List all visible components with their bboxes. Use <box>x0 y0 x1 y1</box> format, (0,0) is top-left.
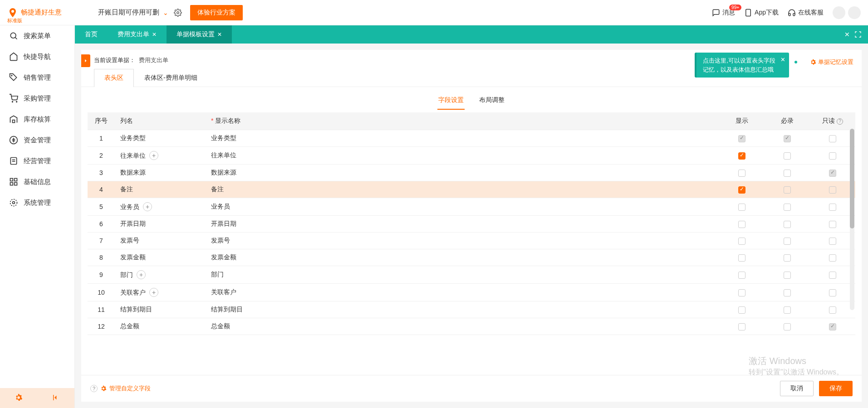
sidebar-settings-icon[interactable] <box>15 393 23 403</box>
table-row[interactable]: 11结算到期日结算到期日 <box>88 301 855 318</box>
checkbox[interactable] <box>738 289 745 296</box>
checkbox[interactable] <box>829 170 836 177</box>
avatar[interactable] <box>833 6 845 19</box>
plus-icon[interactable]: + <box>143 202 152 211</box>
close-icon[interactable]: ✕ <box>152 31 157 38</box>
checkbox[interactable] <box>738 221 745 228</box>
sidebar-item-baseinfo[interactable]: 基础信息 <box>0 171 74 192</box>
fullscreen-icon[interactable] <box>854 31 862 38</box>
checkbox[interactable] <box>784 204 791 211</box>
sub-tab-layout[interactable]: 布局调整 <box>478 93 505 110</box>
area-tab-header[interactable]: 表头区 <box>94 69 134 87</box>
expand-toggle[interactable] <box>81 54 90 67</box>
cell-display[interactable]: 开票日期 <box>206 216 719 233</box>
sidebar-item-purchase[interactable]: 采购管理 <box>0 88 74 109</box>
table-row[interactable]: 5业务员+业务员 <box>88 198 855 216</box>
messages-button[interactable]: 消息 99+ <box>712 9 735 17</box>
close-icon[interactable]: ✕ <box>217 31 222 38</box>
checkbox[interactable] <box>738 306 745 314</box>
sub-tab-fields[interactable]: 字段设置 <box>437 93 465 110</box>
save-button[interactable]: 保存 <box>819 381 853 396</box>
table-row[interactable]: 12总金额总金额 <box>88 318 855 335</box>
checkbox[interactable] <box>784 306 791 314</box>
cell-display[interactable]: 总金额 <box>206 318 719 335</box>
table-row[interactable]: 8发票金额发票金额 <box>88 249 855 266</box>
table-row[interactable]: 4备注备注 <box>88 181 855 198</box>
close-all-icon[interactable]: ✕ <box>844 31 850 38</box>
plus-icon[interactable]: + <box>149 151 158 160</box>
plus-icon[interactable]: + <box>137 270 146 279</box>
checkbox[interactable] <box>784 152 791 160</box>
sidebar-item-sales[interactable]: 销售管理 <box>0 67 74 88</box>
checkbox[interactable] <box>829 272 836 279</box>
checkbox[interactable] <box>784 238 791 245</box>
cell-display[interactable]: 备注 <box>206 181 719 198</box>
cell-display[interactable]: 业务员 <box>206 198 719 216</box>
scrollbar[interactable] <box>850 129 854 310</box>
info-icon[interactable]: ? <box>837 118 843 125</box>
tab-expense[interactable]: 费用支出单 ✕ <box>108 25 167 44</box>
checkbox[interactable] <box>784 254 791 262</box>
checkbox[interactable] <box>829 204 836 211</box>
checkbox[interactable] <box>784 323 791 330</box>
checkbox[interactable] <box>784 186 791 194</box>
table-row[interactable]: 10关联客户+关联客户 <box>88 284 855 301</box>
tab-template-settings[interactable]: 单据模板设置 ✕ <box>167 25 232 44</box>
checkbox[interactable] <box>738 204 745 211</box>
sidebar-item-inventory[interactable]: 库存核算 <box>0 109 74 130</box>
cell-display[interactable]: 结算到期日 <box>206 301 719 318</box>
checkbox[interactable] <box>738 254 745 262</box>
tab-home[interactable]: 首页 <box>75 25 108 44</box>
customer-service-button[interactable]: 在线客服 <box>788 9 824 17</box>
memory-settings-link[interactable]: 单据记忆设置 <box>810 58 853 66</box>
account-selector[interactable]: 开账日期可停用可删 ⌄ <box>98 8 168 17</box>
avatar[interactable] <box>848 6 861 19</box>
scrollbar-thumb[interactable] <box>850 129 854 228</box>
checkbox[interactable] <box>738 186 745 194</box>
plus-icon[interactable]: + <box>149 288 158 297</box>
checkbox[interactable] <box>829 186 836 194</box>
sidebar-item-search[interactable]: 搜索菜单 <box>0 25 74 46</box>
checkbox[interactable] <box>784 272 791 279</box>
checkbox[interactable] <box>738 272 745 279</box>
cell-display[interactable]: 部门 <box>206 266 719 284</box>
cell-display[interactable]: 数据来源 <box>206 165 719 181</box>
checkbox[interactable] <box>829 221 836 228</box>
area-tab-body[interactable]: 表体区-费用单明细 <box>134 69 208 87</box>
cell-display[interactable]: 业务类型 <box>206 130 719 147</box>
sidebar-item-operations[interactable]: 经营管理 <box>0 151 74 171</box>
table-row[interactable]: 2往来单位+往来单位 <box>88 147 855 165</box>
checkbox[interactable] <box>829 135 836 142</box>
checkbox[interactable] <box>829 254 836 262</box>
checkbox[interactable] <box>738 135 745 142</box>
app-download-button[interactable]: App下载 <box>744 9 779 17</box>
checkbox[interactable] <box>829 323 836 330</box>
cell-display[interactable]: 发票号 <box>206 233 719 249</box>
cell-display[interactable]: 关联客户 <box>206 284 719 301</box>
sidebar-collapse-icon[interactable] <box>52 393 60 403</box>
header-gear-icon[interactable] <box>174 9 182 17</box>
checkbox[interactable] <box>784 170 791 177</box>
checkbox[interactable] <box>829 152 836 160</box>
checkbox[interactable] <box>738 170 745 177</box>
cancel-button[interactable]: 取消 <box>780 381 814 396</box>
checkbox[interactable] <box>784 221 791 228</box>
sidebar-item-finance[interactable]: 资金管理 <box>0 130 74 151</box>
table-row[interactable]: 3数据来源数据来源 <box>88 165 855 181</box>
table-row[interactable]: 9部门+部门 <box>88 266 855 284</box>
table-row[interactable]: 6开票日期开票日期 <box>88 216 855 233</box>
checkbox[interactable] <box>829 306 836 314</box>
checkbox[interactable] <box>784 135 791 142</box>
custom-field-link[interactable]: ? 管理自定义字段 <box>90 384 151 393</box>
cell-display[interactable]: 发票金额 <box>206 249 719 266</box>
checkbox[interactable] <box>738 152 745 160</box>
industry-plan-button[interactable]: 体验行业方案 <box>190 5 243 20</box>
checkbox[interactable] <box>829 289 836 296</box>
close-icon[interactable]: ✕ <box>780 55 785 64</box>
checkbox[interactable] <box>738 323 745 330</box>
checkbox[interactable] <box>784 289 791 296</box>
sidebar-item-system[interactable]: 系统管理 <box>0 192 74 213</box>
checkbox[interactable] <box>829 238 836 245</box>
table-row[interactable]: 7发票号发票号 <box>88 233 855 249</box>
checkbox[interactable] <box>738 238 745 245</box>
